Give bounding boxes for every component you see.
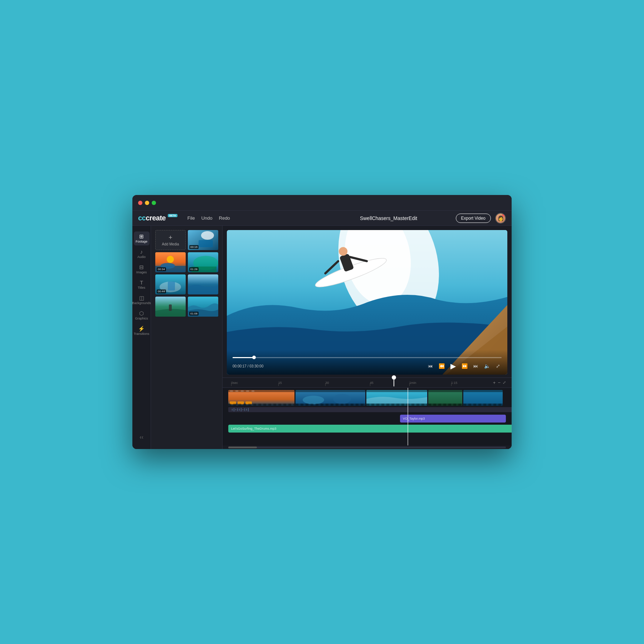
preview-area: 00:00:17 / 03:30:00 ⏮ ⏪ ▶ ⏩ ⏭ 🔈 ⤢ <box>223 226 512 377</box>
icon-sidebar: ⊞ Footage ♪ Audio ⊟ Images T Titles ◫ Ba… <box>132 226 151 449</box>
media-thumbnail-3[interactable]: 01:28 <box>188 252 218 272</box>
svg-rect-54 <box>234 408 234 411</box>
zoom-plus-button[interactable]: + <box>493 380 496 385</box>
svg-rect-39 <box>296 390 365 392</box>
media-thumbnail-1[interactable]: 00:19 <box>188 230 218 250</box>
sidebar-item-footage[interactable]: ⊞ Footage <box>134 231 150 245</box>
sidebar-label-graphics: Graphics <box>135 317 148 320</box>
video-clip-2[interactable] <box>296 390 365 406</box>
timeline-area: 0sec 15 30 45 1min 1:15 <box>223 377 512 449</box>
backgrounds-icon: ◫ <box>139 295 144 301</box>
ruler-mark-45: 45 <box>370 381 374 385</box>
skip-to-end-button[interactable]: ⏭ <box>472 362 480 370</box>
logo-create: create <box>146 214 166 222</box>
vo-audio-label: VO_Taylor.mp3 <box>403 417 425 420</box>
export-button[interactable]: Export Video <box>456 214 491 223</box>
svg-rect-60 <box>244 408 245 411</box>
scrollbar-thumb[interactable] <box>228 447 257 448</box>
vo-track-row: VO_Taylor.mp3 <box>228 415 506 423</box>
svg-rect-61 <box>246 409 247 411</box>
volume-button[interactable]: 🔈 <box>483 362 492 370</box>
ruler-mark-30: 30 <box>325 381 329 385</box>
media-grid: + Add Media <box>155 230 218 317</box>
sidebar-item-titles[interactable]: T Titles <box>134 278 150 292</box>
add-icon: + <box>169 234 172 241</box>
add-media-button[interactable]: + Add Media <box>155 230 186 250</box>
svg-rect-58 <box>241 408 241 411</box>
thumb-duration-2: 00:34 <box>157 267 166 271</box>
sidebar-item-backgrounds[interactable]: ◫ Backgrounds <box>134 293 150 307</box>
svg-rect-53 <box>232 409 233 411</box>
sidebar-item-audio[interactable]: ♪ Audio <box>134 247 150 261</box>
sidebar-item-images[interactable]: ⊟ Images <box>134 262 150 276</box>
zoom-minus-button[interactable]: − <box>498 380 501 385</box>
zoom-fit-button[interactable]: ⤢ <box>503 380 506 385</box>
svg-rect-12 <box>168 282 175 291</box>
vo-audio-clip[interactable]: VO_Taylor.mp3 <box>400 415 506 423</box>
menu-bar: cccreate BETA File Undo Redo SwellChaser… <box>132 211 512 226</box>
minimize-button[interactable] <box>145 201 149 205</box>
sidebar-item-transitions[interactable]: ⚡ Transitions <box>134 324 150 338</box>
sidebar-label-titles: Titles <box>138 286 145 289</box>
svg-rect-46 <box>428 390 462 406</box>
header-right: Export Video 👩 2 <box>456 213 506 224</box>
footage-icon: ⊞ <box>139 234 144 239</box>
scrollbar-track[interactable] <box>228 447 506 448</box>
audio-icon: ♪ <box>140 249 143 254</box>
svg-rect-55 <box>235 409 236 410</box>
svg-rect-51 <box>463 404 503 406</box>
svg-rect-33 <box>246 390 249 392</box>
fullscreen-button[interactable]: ⤢ <box>494 362 502 370</box>
svg-rect-15 <box>169 304 172 311</box>
svg-rect-45 <box>366 404 427 406</box>
sidebar-item-graphics[interactable]: ⬡ Graphics <box>134 308 150 322</box>
video-clip-3[interactable] <box>366 390 427 406</box>
media-thumbnail-2[interactable]: 00:34 <box>155 252 186 272</box>
media-thumbnail-6[interactable] <box>155 297 186 317</box>
progress-bar[interactable] <box>233 357 502 358</box>
menu-file[interactable]: File <box>187 215 195 221</box>
media-thumbnail-7[interactable]: 01:08 <box>188 297 218 317</box>
ruler-mark-1min: 1min <box>409 381 416 385</box>
svg-rect-56 <box>237 408 238 411</box>
avatar[interactable]: 👩 2 <box>495 213 506 224</box>
images-icon: ⊟ <box>139 264 144 270</box>
beta-badge: BETA <box>168 214 177 217</box>
music-audio-clip[interactable]: Let'sGoSurfing_TheDrums.mp3 <box>228 425 512 433</box>
media-thumbnail-5[interactable] <box>188 274 218 294</box>
video-clip-1[interactable] <box>228 390 294 406</box>
progress-handle[interactable] <box>252 356 256 359</box>
traffic-lights <box>138 201 156 205</box>
maximize-button[interactable] <box>152 201 156 205</box>
svg-rect-37 <box>245 401 252 404</box>
svg-rect-30 <box>230 390 233 392</box>
fast-forward-button[interactable]: ⏩ <box>460 362 469 370</box>
close-button[interactable] <box>138 201 142 205</box>
graphics-icon: ⬡ <box>139 311 144 316</box>
svg-rect-36 <box>238 401 244 404</box>
video-clip-4[interactable] <box>428 390 462 406</box>
svg-rect-50 <box>463 390 503 392</box>
timeline-tracks: VO_Taylor.mp3 Let'sGoSurfing_TheDrums.mp… <box>223 388 512 445</box>
video-clip-5[interactable] <box>463 390 503 406</box>
media-thumbnail-4[interactable]: 00:44 <box>155 274 186 294</box>
video-controls: 00:00:17 / 03:30:00 ⏮ ⏪ ▶ ⏩ ⏭ 🔈 ⤢ <box>227 350 507 375</box>
logo-text: cccreate <box>138 214 166 222</box>
notification-badge: 2 <box>502 213 506 216</box>
app-window: cccreate BETA File Undo Redo SwellChaser… <box>132 195 512 449</box>
svg-rect-57 <box>239 409 240 411</box>
menu-redo[interactable]: Redo <box>219 215 230 221</box>
sidebar-label-images: Images <box>136 270 147 274</box>
thumb-duration-1: 00:19 <box>189 245 199 249</box>
thumb-duration-7: 01:08 <box>189 312 199 316</box>
play-button[interactable]: ▶ <box>449 361 457 371</box>
menu-undo[interactable]: Undo <box>201 215 213 221</box>
collapse-sidebar-button[interactable]: ‹‹ <box>137 431 146 443</box>
audio-waveform-track <box>228 407 512 412</box>
media-panel: + Add Media <box>151 226 223 449</box>
skip-to-start-button[interactable]: ⏮ <box>426 362 434 370</box>
title-bar <box>132 195 512 211</box>
svg-rect-59 <box>243 409 243 410</box>
svg-rect-47 <box>428 390 462 392</box>
rewind-button[interactable]: ⏪ <box>437 362 446 370</box>
